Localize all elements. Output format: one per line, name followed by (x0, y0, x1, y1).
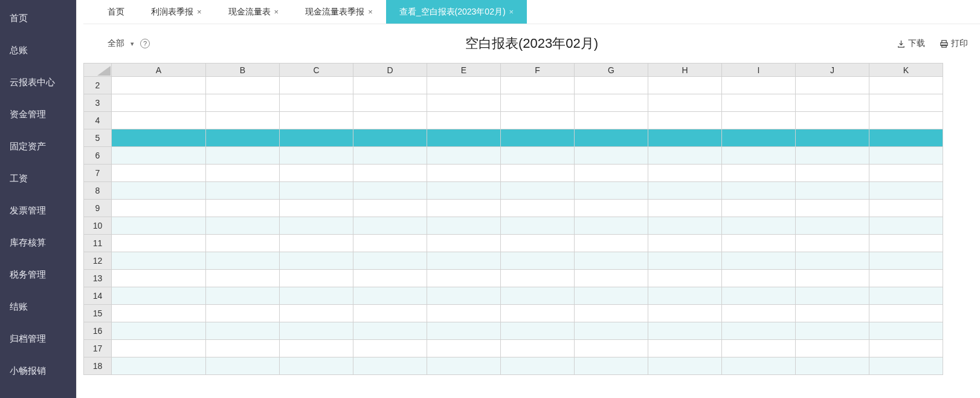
cell[interactable] (796, 217, 869, 235)
cell[interactable] (427, 94, 501, 112)
cell[interactable] (722, 182, 796, 200)
row-header[interactable]: 2 (84, 77, 112, 94)
cell[interactable] (869, 235, 943, 252)
cell[interactable] (206, 357, 280, 375)
cell[interactable] (280, 147, 353, 165)
cell[interactable] (501, 217, 575, 235)
column-header[interactable]: B (206, 64, 280, 77)
cell[interactable] (648, 147, 722, 165)
cell[interactable] (575, 182, 648, 200)
sidebar-item-home[interactable]: 首页 (0, 2, 76, 34)
cell[interactable] (206, 147, 280, 165)
column-header[interactable]: A (112, 64, 206, 77)
cell[interactable] (648, 270, 722, 287)
cell[interactable] (206, 287, 280, 305)
cell[interactable] (575, 287, 648, 305)
cell[interactable] (280, 129, 353, 147)
row-header[interactable]: 16 (84, 322, 112, 340)
cell[interactable] (869, 357, 943, 375)
cell[interactable] (112, 217, 206, 235)
cell[interactable] (575, 200, 648, 217)
cell[interactable] (353, 217, 427, 235)
cell[interactable] (427, 252, 501, 270)
cell[interactable] (796, 165, 869, 182)
tab-cashflow[interactable]: 现金流量表 × (215, 0, 292, 24)
sidebar-scrollbar[interactable] (76, 0, 83, 398)
tab-home[interactable]: 首页 (94, 0, 138, 24)
sidebar-item-expense[interactable]: 小畅报销 (0, 355, 76, 387)
column-header[interactable]: E (427, 64, 501, 77)
row-header[interactable]: 9 (84, 200, 112, 217)
cell[interactable] (648, 217, 722, 235)
cell[interactable] (353, 77, 427, 94)
cell[interactable] (353, 165, 427, 182)
cell[interactable] (648, 200, 722, 217)
cell[interactable] (353, 94, 427, 112)
cell[interactable] (427, 322, 501, 340)
cell[interactable] (353, 147, 427, 165)
cell[interactable] (722, 305, 796, 322)
print-button[interactable]: 打印 (940, 38, 968, 49)
cell[interactable] (112, 252, 206, 270)
cell[interactable] (280, 322, 353, 340)
cell[interactable] (427, 147, 501, 165)
cell[interactable] (206, 235, 280, 252)
cell[interactable] (869, 287, 943, 305)
cell[interactable] (280, 235, 353, 252)
tab-profit-quarter[interactable]: 利润表季报 × (138, 0, 215, 24)
cell[interactable] (427, 77, 501, 94)
cell[interactable] (427, 305, 501, 322)
column-header[interactable]: J (796, 64, 869, 77)
cell[interactable] (722, 129, 796, 147)
close-icon[interactable]: × (509, 8, 514, 16)
row-header[interactable]: 13 (84, 270, 112, 287)
cell[interactable] (796, 252, 869, 270)
column-header[interactable]: C (280, 64, 353, 77)
cell[interactable] (575, 77, 648, 94)
cell[interactable] (648, 94, 722, 112)
cell[interactable] (353, 129, 427, 147)
cell[interactable] (353, 287, 427, 305)
cell[interactable] (648, 165, 722, 182)
cell[interactable] (501, 252, 575, 270)
cell[interactable] (112, 340, 206, 357)
cell[interactable] (112, 182, 206, 200)
cell[interactable] (427, 200, 501, 217)
cell[interactable] (501, 129, 575, 147)
cell[interactable] (648, 112, 722, 129)
cell[interactable] (112, 322, 206, 340)
cell[interactable] (869, 165, 943, 182)
cell[interactable] (869, 305, 943, 322)
cell[interactable] (722, 340, 796, 357)
column-header[interactable]: I (722, 64, 796, 77)
cell[interactable] (796, 340, 869, 357)
cell[interactable] (280, 305, 353, 322)
cell[interactable] (575, 252, 648, 270)
cell[interactable] (112, 305, 206, 322)
cell[interactable] (575, 94, 648, 112)
cell[interactable] (501, 182, 575, 200)
row-header[interactable]: 7 (84, 165, 112, 182)
cell[interactable] (869, 340, 943, 357)
cell[interactable] (112, 235, 206, 252)
tab-cashflow-quarter[interactable]: 现金流量表季报 × (292, 0, 386, 24)
cell[interactable] (869, 94, 943, 112)
cell[interactable] (575, 217, 648, 235)
cell[interactable] (353, 357, 427, 375)
cell[interactable] (280, 165, 353, 182)
cell[interactable] (280, 252, 353, 270)
cell[interactable] (722, 322, 796, 340)
cell[interactable] (427, 340, 501, 357)
cell[interactable] (869, 200, 943, 217)
row-header[interactable]: 18 (84, 357, 112, 375)
cell[interactable] (206, 340, 280, 357)
row-header[interactable]: 10 (84, 217, 112, 235)
cell[interactable] (501, 322, 575, 340)
column-header[interactable]: D (353, 64, 427, 77)
cell[interactable] (206, 182, 280, 200)
cell[interactable] (722, 357, 796, 375)
cell[interactable] (575, 112, 648, 129)
sidebar-item-inventory[interactable]: 库存核算 (0, 227, 76, 259)
cell[interactable] (112, 357, 206, 375)
cell[interactable] (112, 77, 206, 94)
